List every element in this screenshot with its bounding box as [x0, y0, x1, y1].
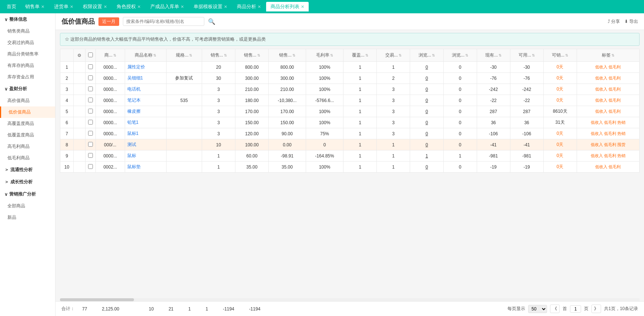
checkbox-cell[interactable] — [85, 128, 96, 139]
sidebar-item-low-coverage[interactable]: 低覆盖度商品 — [0, 129, 55, 141]
name-cell[interactable]: 鼠标垫 — [125, 162, 166, 173]
sidebar-section-profit[interactable]: ∨ 盈财分析 — [0, 83, 55, 95]
sidebar-item-high-value[interactable]: 高价值商品 — [0, 95, 55, 106]
checkbox-cell[interactable] — [85, 73, 96, 84]
browse1-cell[interactable]: 0 — [410, 73, 443, 84]
sidebar-item-high-margin[interactable]: 高毛利商品 — [0, 141, 55, 152]
sidebar-item-high-coverage[interactable]: 高覆盖度商品 — [0, 118, 55, 129]
browse1-cell[interactable]: 0 — [410, 117, 443, 128]
num-cell: 2 — [60, 73, 74, 84]
browse1-link[interactable]: 0 — [426, 131, 428, 136]
nav-home[interactable]: 首页 — [3, 2, 20, 11]
horizontal-scrollbar[interactable] — [60, 298, 640, 301]
search-input[interactable] — [123, 17, 204, 26]
browse1-cell[interactable]: 0 — [410, 139, 443, 150]
browse1-link[interactable]: 0 — [426, 65, 428, 70]
name-cell[interactable]: 测试 — [125, 139, 166, 150]
sidebar-item-low-margin[interactable]: 低毛利商品 — [0, 152, 55, 164]
close-icon[interactable]: ✕ — [70, 4, 73, 9]
name-cell[interactable]: 笔记本 — [125, 95, 166, 106]
checkbox-cell[interactable] — [85, 62, 96, 73]
checkbox-cell[interactable] — [85, 150, 96, 162]
browse1-cell[interactable]: 0 — [410, 128, 443, 139]
checkbox-cell[interactable] — [85, 84, 96, 95]
name-cell[interactable]: 鼠标1 — [125, 128, 166, 139]
checkbox-cell[interactable] — [85, 162, 96, 173]
sidebar-item-new-products[interactable]: 新品 — [0, 212, 55, 223]
nav-role-auth[interactable]: 角色授权 ✕ — [112, 2, 145, 11]
sidebar-item-all-products[interactable]: 全部商品 — [0, 200, 55, 212]
per-page-select[interactable]: 50 100 200 — [528, 305, 547, 313]
browse1-link[interactable]: 1 — [426, 153, 428, 159]
nav-template-settings[interactable]: 单据模板设置 ✕ — [189, 2, 232, 11]
sidebar-item-category-rate[interactable]: 商品分类销售率 — [0, 48, 55, 60]
sidebar-item-low-value[interactable]: 低价值商品 — [0, 106, 55, 118]
export-button[interactable]: ⬇ 导出 — [624, 18, 638, 25]
row-checkbox[interactable] — [88, 142, 93, 147]
row-checkbox[interactable] — [88, 153, 93, 158]
filter-button[interactable]: 近一月 — [98, 17, 119, 26]
row-checkbox[interactable] — [88, 131, 93, 136]
sidebar-section-growth[interactable]: ＞ 成长性分析 — [0, 176, 55, 188]
checkbox-cell[interactable] — [85, 106, 96, 117]
sidebar-item-inventory-products[interactable]: 有库存的商品 — [0, 60, 55, 71]
row-checkbox[interactable] — [88, 64, 93, 69]
browse1-cell[interactable]: 0 — [410, 62, 443, 73]
prev-page-button[interactable]: 《 — [550, 305, 560, 313]
sidebar-item-sales-products[interactable]: 销售类商品 — [0, 26, 55, 37]
close-icon[interactable]: ✕ — [181, 4, 184, 9]
search-button[interactable]: 🔍 — [208, 18, 215, 25]
scrollbar-thumb[interactable] — [60, 298, 134, 301]
browse1-link[interactable]: 0 — [426, 76, 428, 81]
sidebar-section-overall[interactable]: ∨ 整体信息 — [0, 13, 55, 26]
nav-sales-order[interactable]: 销售单 ✕ — [21, 2, 49, 11]
nav-product-analysis[interactable]: 商品分析 ✕ — [232, 2, 265, 11]
row-checkbox[interactable] — [88, 164, 93, 169]
browse1-cell[interactable]: 0 — [410, 106, 443, 117]
name-cell[interactable]: 橡皮擦 — [125, 106, 166, 117]
browse1-cell[interactable]: 0 — [410, 95, 443, 106]
close-icon[interactable]: ✕ — [104, 4, 107, 9]
checkbox-cell[interactable] — [85, 95, 96, 106]
nav-purchase-order[interactable]: 进货单 ✕ — [50, 2, 78, 11]
checkbox-cell[interactable] — [85, 117, 96, 128]
nav-product-analysis-list[interactable]: 商品分析列表 ✕ — [266, 2, 309, 11]
name-cell[interactable]: 吴细细1 — [125, 73, 166, 84]
browse1-link[interactable]: 0 — [426, 87, 428, 92]
select-all-checkbox[interactable] — [88, 52, 93, 57]
checkbox-cell[interactable] — [85, 139, 96, 150]
browse1-link[interactable]: 0 — [426, 98, 428, 103]
sidebar-item-inventory-capital[interactable]: 库存资金占用 — [0, 71, 55, 83]
close-icon[interactable]: ✕ — [224, 4, 227, 9]
browse1-cell[interactable]: 0 — [410, 162, 443, 173]
name-cell[interactable]: 铅笔1 — [125, 117, 166, 128]
page-input[interactable] — [570, 305, 581, 313]
browse1-link[interactable]: 0 — [426, 164, 428, 170]
row-checkbox[interactable] — [88, 86, 93, 91]
sidebar-section-marketing[interactable]: ∨ 营销推广分析 — [0, 188, 55, 200]
close-icon[interactable]: ✕ — [137, 4, 141, 9]
close-icon[interactable]: ✕ — [301, 4, 304, 9]
gear-header[interactable]: ⚙ — [74, 49, 85, 62]
name-cell[interactable]: 属性定价 — [125, 62, 166, 73]
share-button[interactable]: ⤴ 分享 — [608, 18, 620, 25]
row-checkbox[interactable] — [88, 109, 93, 113]
close-icon[interactable]: ✕ — [41, 4, 44, 9]
nav-auth-settings[interactable]: 权限设置 ✕ — [78, 2, 111, 11]
browse1-link[interactable]: 0 — [426, 142, 428, 147]
sidebar-section-circulation[interactable]: ＞ 流通性分析 — [0, 164, 55, 176]
name-cell[interactable]: 电话机 — [125, 84, 166, 95]
sidebar-item-traded-products[interactable]: 交易过的商品 — [0, 37, 55, 48]
row-checkbox[interactable] — [88, 98, 93, 102]
checkbox-header[interactable] — [85, 49, 96, 62]
browse1-link[interactable]: 0 — [426, 109, 428, 114]
row-checkbox[interactable] — [88, 120, 93, 125]
nav-product-warehouse[interactable]: 产成品入库单 ✕ — [146, 2, 188, 11]
browse1-link[interactable]: 0 — [426, 120, 428, 125]
close-icon[interactable]: ✕ — [258, 4, 261, 9]
row-checkbox[interactable] — [88, 75, 93, 80]
next-page-button[interactable]: 》 — [591, 305, 601, 313]
browse1-cell[interactable]: 1 — [410, 150, 443, 162]
browse1-cell[interactable]: 0 — [410, 84, 443, 95]
name-cell[interactable]: 鼠标 — [125, 150, 166, 162]
